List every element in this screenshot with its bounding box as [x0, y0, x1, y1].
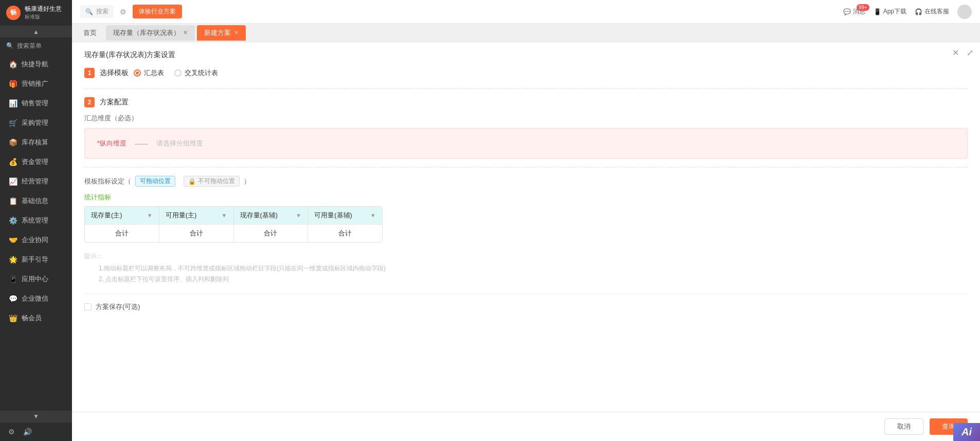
tip-2: 2. 点击标题栏下拉可设置排序、插入列和删除列: [84, 274, 968, 285]
cancel-button[interactable]: 取消: [884, 418, 923, 435]
enterprise-icon: 🤝: [8, 236, 17, 244]
step1-label: 选择模板: [100, 68, 129, 78]
messages-badge: 99+: [857, 4, 869, 11]
tips-section: 提示： 1.拖动标题栏可以调整布局，不可跨维度或指标区域拖动栏目字段(只能在同一…: [84, 251, 968, 285]
sidebar-item-basic-info[interactable]: 📋 基础信息: [0, 191, 72, 211]
panel-title: 现存量(库存状况表)方案设置: [84, 50, 968, 60]
sales-icon: 📊: [8, 99, 17, 107]
tabbar: 首页 现存量（库存状况表） ✕ 新建方案 ✕: [72, 24, 980, 42]
search-icon: 🔍: [6, 42, 14, 49]
tip-1: 1.拖动标题栏可以调整布局，不可跨维度或指标区域拖动栏目字段(只能在同一维度或指…: [84, 263, 968, 274]
tab-inventory-status[interactable]: 现存量（库存状况表） ✕: [106, 25, 195, 41]
cell-0-3: 合计: [308, 225, 382, 242]
members-icon: 👑: [8, 314, 17, 322]
app-download-item[interactable]: 📱 App下载: [874, 7, 906, 16]
topbar-left: 🔍 搜索 ⚙ 体验行业方案: [80, 5, 182, 19]
sidebar-item-finance[interactable]: 💰 资金管理: [0, 152, 72, 172]
sidebar-item-app-center[interactable]: 📱 应用中心: [0, 269, 72, 289]
sidebar-scroll-up[interactable]: ▲: [0, 26, 72, 38]
system-icon: ⚙️: [8, 216, 17, 225]
app-logo-icon: 畅: [6, 6, 21, 20]
step-divider-2: [84, 167, 968, 168]
indicator-col-4[interactable]: 可用量(基辅) ▼: [308, 207, 382, 224]
finance-icon: 💰: [8, 158, 17, 166]
sidebar-item-marketing[interactable]: 🎁 营销推广: [0, 74, 72, 94]
panel-controls: ✕ ⤢: [945, 42, 980, 63]
content-area: ✕ ⤢ 现存量(库存状况表)方案设置 1 选择模板 汇总表: [72, 42, 980, 441]
lock-icon: 🔒: [188, 178, 196, 185]
col2-chevron-icon[interactable]: ▼: [222, 212, 227, 218]
col4-chevron-icon[interactable]: ▼: [370, 212, 376, 218]
draggable-badge: 可拖动位置: [135, 176, 175, 187]
sidebar-search[interactable]: 🔍 搜索菜单: [0, 38, 72, 54]
step-divider-1: [84, 88, 968, 89]
indicator-col-2[interactable]: 可用量(主) ▼: [159, 207, 234, 224]
dimension-placeholder[interactable]: 请选择分组维度: [156, 139, 203, 148]
indicator-col-1[interactable]: 现存量(主) ▼: [85, 207, 159, 224]
industry-plan-button[interactable]: 体验行业方案: [133, 5, 182, 19]
app-edition: 标准版: [25, 13, 62, 21]
sidebar-nav: 🏠 快捷导航 🎁 营销推广 📊 销售管理 🛒 采购管理 📦 库存核算 💰 资金管…: [0, 54, 72, 411]
sidebar-item-purchase[interactable]: 🛒 采购管理: [0, 113, 72, 133]
sidebar-item-enterprise[interactable]: 🤝 企业协同: [0, 230, 72, 250]
user-avatar[interactable]: [957, 5, 972, 19]
sidebar-item-members[interactable]: 👑 畅会员: [0, 308, 72, 328]
online-service-item[interactable]: 🎧 在线客服: [915, 7, 949, 16]
quick-nav-icon: 🏠: [8, 60, 17, 68]
sidebar-item-inventory[interactable]: 📦 库存核算: [0, 133, 72, 152]
dimension-row: *纵向维度 —— 请选择分组维度: [84, 128, 968, 159]
save-option[interactable]: 方案保存(可选): [84, 293, 968, 311]
topbar-search[interactable]: 🔍 搜索: [80, 5, 114, 18]
panel-expand-button[interactable]: ⤢: [964, 46, 976, 59]
topbar: 🔍 搜索 ⚙ 体验行业方案 💬 消息 99+ 📱 App下载 🎧 在线客服: [72, 0, 980, 24]
sidebar-item-enterprise-wechat[interactable]: 💬 企业微信: [0, 289, 72, 308]
tab-new-scheme-close[interactable]: ✕: [234, 29, 239, 36]
tip-title: 提示：: [84, 251, 968, 262]
tab-inventory-status-close[interactable]: ✕: [183, 29, 188, 36]
sidebar-item-quick-nav[interactable]: 🏠 快捷导航: [0, 54, 72, 74]
col1-chevron-icon[interactable]: ▼: [147, 212, 153, 218]
purchase-icon: 🛒: [8, 119, 17, 127]
dimension-field-label: *纵向维度: [97, 139, 126, 148]
save-checkbox[interactable]: [84, 303, 92, 310]
sidebar-scroll-down[interactable]: ▼: [0, 411, 72, 422]
radio-summary-circle: [134, 69, 141, 77]
volume-icon[interactable]: 🔊: [23, 428, 32, 436]
sidebar-item-system[interactable]: ⚙️ 系统管理: [0, 211, 72, 230]
settings-icon[interactable]: ⚙: [8, 428, 15, 436]
col3-chevron-icon[interactable]: ▼: [296, 212, 301, 218]
sidebar-item-new-guide[interactable]: 🌟 新手引导: [0, 250, 72, 269]
sidebar-item-sales[interactable]: 📊 销售管理: [0, 94, 72, 113]
enterprise-wechat-icon: 💬: [8, 295, 17, 303]
bottom-spacer: [84, 322, 968, 353]
step2-section: 2 方案配置 汇总维度（必选） *纵向维度 —— 请选择分组维度 模板指标设定（: [84, 97, 968, 311]
content-inner: ✕ ⤢ 现存量(库存状况表)方案设置 1 选择模板 汇总表: [72, 42, 980, 441]
stats-section-label: 统计指标: [84, 193, 968, 202]
tab-new-scheme[interactable]: 新建方案 ✕: [197, 25, 246, 41]
panel-close-button[interactable]: ✕: [949, 46, 961, 59]
radio-cross[interactable]: 交叉统计表: [174, 68, 218, 78]
ai-badge: Ai: [953, 423, 980, 441]
main-area: 🔍 搜索 ⚙ 体验行业方案 💬 消息 99+ 📱 App下载 🎧 在线客服: [72, 0, 980, 441]
indicator-settings-label: 模板指标设定（ 可拖动位置 🔒 不可拖动位置 ）: [84, 176, 968, 187]
messages-item[interactable]: 💬 消息 99+: [843, 7, 865, 16]
sidebar-item-operations[interactable]: 📈 经营管理: [0, 172, 72, 191]
topbar-gear-icon[interactable]: ⚙: [120, 8, 126, 16]
tab-home[interactable]: 首页: [76, 25, 104, 41]
radio-summary[interactable]: 汇总表: [134, 68, 164, 78]
app-center-icon: 📱: [8, 275, 17, 283]
basic-info-icon: 📋: [8, 197, 17, 205]
step1-number: 1: [84, 68, 95, 78]
step1-header: 1 选择模板 汇总表 交叉统计表: [84, 68, 968, 78]
indicator-col-3[interactable]: 现存量(基辅) ▼: [234, 207, 308, 224]
summary-dimension-label: 汇总维度（必选）: [84, 114, 968, 123]
indicator-table-header: 现存量(主) ▼ 可用量(主) ▼ 现存量(基辅) ▼ 可用量(基辅): [85, 207, 382, 224]
sidebar-logo: 畅 畅康通好生意 标准版: [0, 0, 72, 26]
sidebar-bottom: ⚙ 🔊: [0, 422, 72, 441]
topbar-right: 💬 消息 99+ 📱 App下载 🎧 在线客服: [843, 5, 972, 19]
cell-0-1: 合计: [159, 225, 234, 242]
online-service-icon: 🎧: [915, 8, 922, 15]
inventory-icon: 📦: [8, 138, 17, 146]
template-radio-group: 汇总表 交叉统计表: [134, 68, 218, 78]
indicator-table-row-0: 合计 合计 合计 合计: [85, 224, 382, 242]
